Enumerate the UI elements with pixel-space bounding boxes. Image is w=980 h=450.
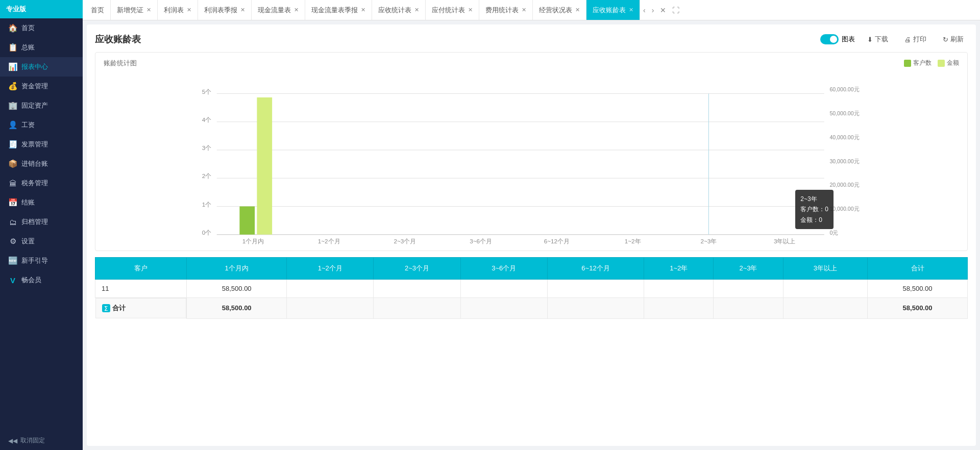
sidebar-item-member[interactable]: V 畅会员 (0, 270, 83, 290)
cell-1-2m-0 (287, 280, 374, 298)
tab-operation[interactable]: 经营状况表 ✕ (533, 0, 586, 20)
tab-next-button[interactable]: › (649, 0, 657, 20)
col-header-2-3m: 2~3个月 (374, 258, 460, 280)
svg-text:0元: 0元 (829, 230, 838, 236)
total-total: 58,500.00 (868, 298, 968, 319)
tab-close-all-button[interactable]: ✕ (657, 0, 669, 20)
sidebar-item-closing[interactable]: 📅 结账 (0, 193, 83, 212)
svg-text:6~12个月: 6~12个月 (544, 238, 570, 244)
tab-aging-close[interactable]: ✕ (629, 7, 633, 13)
tab-expand-button[interactable]: ⛶ (669, 0, 682, 20)
bar-customers-0 (239, 207, 255, 235)
sidebar: 专业版 🏠 首页 📋 总账 📊 报表中心 💰 资金管理 🏢 固定资产 👤 工资 … (0, 0, 83, 450)
legend-amount-label: 金额 (947, 59, 959, 67)
sidebar-item-home[interactable]: 🏠 首页 (0, 18, 83, 38)
col-header-6-12m: 6~12个月 (547, 258, 644, 280)
svg-text:3~6个月: 3~6个月 (470, 238, 492, 244)
toggle-label: 图表 (842, 35, 855, 44)
svg-text:3个: 3个 (202, 144, 212, 151)
sidebar-item-guide[interactable]: 🆕 新手引导 (0, 251, 83, 270)
tab-receivable-stat[interactable]: 应收统计表 ✕ (372, 0, 426, 20)
svg-text:20,000.00元: 20,000.00元 (829, 182, 859, 188)
tab-profit[interactable]: 利润表 ✕ (158, 0, 198, 20)
tab-voucher[interactable]: 新增凭证 ✕ (111, 0, 158, 20)
tab-cashflow[interactable]: 现金流量表 ✕ (252, 0, 305, 20)
download-label: 下载 (875, 35, 888, 44)
svg-text:2~3年: 2~3年 (701, 238, 717, 244)
total-label-cell: ∑ 合计 (95, 298, 187, 318)
funds-icon: 💰 (8, 82, 17, 91)
sidebar-item-reports[interactable]: 📊 报表中心 (0, 57, 83, 77)
svg-text:1~2个月: 1~2个月 (318, 238, 340, 244)
assets-icon: 🏢 (8, 101, 17, 110)
tab-profit-label: 利润表 (164, 6, 184, 15)
download-button[interactable]: ⬇ 下载 (863, 33, 892, 46)
reports-icon: 📊 (8, 62, 17, 71)
archive-icon: 🗂 (8, 218, 17, 227)
sidebar-item-ledger[interactable]: 📋 总账 (0, 38, 83, 57)
tab-aging[interactable]: 应收账龄表 ✕ (586, 0, 640, 20)
sidebar-item-label: 工资 (21, 120, 35, 130)
tab-aging-label: 应收账龄表 (593, 6, 626, 15)
cell-1-2y-0 (644, 280, 714, 298)
tab-home[interactable]: 首页 (85, 0, 111, 20)
col-header-customer: 客户 (95, 258, 187, 280)
sidebar-item-label: 税务管理 (21, 179, 48, 188)
svg-text:5个: 5个 (202, 88, 212, 95)
tab-expense-stat[interactable]: 费用统计表 ✕ (479, 0, 533, 20)
payroll-icon: 👤 (8, 120, 17, 130)
sidebar-item-invoice[interactable]: 🧾 发票管理 (0, 135, 83, 154)
settings-icon: ⚙ (8, 237, 17, 246)
tab-profit-quarter-close[interactable]: ✕ (240, 7, 245, 13)
sidebar-item-assets[interactable]: 🏢 固定资产 (0, 96, 83, 115)
print-button[interactable]: 🖨 打印 (900, 33, 930, 46)
sidebar-item-label: 发票管理 (21, 140, 48, 149)
tab-operation-close[interactable]: ✕ (575, 7, 580, 13)
tab-cashflow-quarter[interactable]: 现金流量表季报 ✕ (305, 0, 372, 20)
member-icon: V (8, 276, 17, 285)
tab-profit-close[interactable]: ✕ (187, 7, 191, 13)
tab-payable-stat-close[interactable]: ✕ (468, 7, 473, 13)
cell-1m-0: 58,500.00 (187, 280, 287, 298)
legend-amount-dot (938, 60, 945, 67)
tab-payable-stat-label: 应付统计表 (432, 6, 465, 15)
sidebar-item-archive[interactable]: 🗂 归档管理 (0, 212, 83, 232)
tab-profit-quarter-label: 利润表季报 (204, 6, 237, 15)
tab-cashflow-quarter-close[interactable]: ✕ (361, 7, 365, 13)
sidebar-item-purchase[interactable]: 📦 进销台账 (0, 154, 83, 173)
refresh-label: 刷新 (950, 35, 964, 44)
chart-toggle[interactable] (820, 34, 839, 44)
sidebar-item-label: 总账 (21, 43, 35, 52)
refresh-button[interactable]: ↻ 刷新 (939, 33, 968, 46)
sidebar-item-tax[interactable]: 🏛 税务管理 (0, 173, 83, 193)
tab-expense-stat-close[interactable]: ✕ (522, 7, 526, 13)
tab-cashflow-close[interactable]: ✕ (294, 7, 299, 13)
sidebar-item-label: 归档管理 (21, 217, 48, 227)
tab-profit-quarter[interactable]: 利润表季报 ✕ (198, 0, 252, 20)
tab-cashflow-quarter-label: 现金流量表季报 (311, 6, 358, 15)
tab-receivable-stat-close[interactable]: ✕ (414, 7, 419, 13)
sidebar-item-funds[interactable]: 💰 资金管理 (0, 77, 83, 96)
sidebar-item-payroll[interactable]: 👤 工资 (0, 115, 83, 135)
total-1-2m (287, 298, 374, 319)
sidebar-item-label: 资金管理 (21, 82, 48, 91)
page-title: 应收账龄表 (95, 33, 141, 45)
data-table: 客户 1个月内 1~2个月 2~3个月 3~6个月 6~12个月 1~2年 2~… (95, 257, 968, 319)
tab-cashflow-label: 现金流量表 (258, 6, 291, 15)
svg-text:2~3个月: 2~3个月 (394, 238, 416, 244)
sidebar-item-settings[interactable]: ⚙ 设置 (0, 232, 83, 251)
sidebar-item-label: 结账 (21, 198, 35, 207)
tab-voucher-close[interactable]: ✕ (146, 7, 151, 13)
chart-svg: 0个 1个 2个 3个 4个 5个 1个月内 (104, 72, 959, 245)
guide-icon: 🆕 (8, 256, 17, 265)
legend-customers: 客户数 (904, 59, 932, 67)
refresh-icon: ↻ (943, 36, 948, 43)
tab-home-label: 首页 (91, 6, 104, 15)
total-1-2y (644, 298, 714, 319)
col-header-3-6m: 3~6个月 (460, 258, 547, 280)
tab-payable-stat[interactable]: 应付统计表 ✕ (426, 0, 479, 20)
tab-prev-button[interactable]: ‹ (640, 0, 649, 20)
collapse-sidebar-button[interactable]: ◀◀ 取消固定 (0, 431, 83, 450)
app-logo: 专业版 (0, 0, 83, 18)
cell-3-6m-0 (460, 280, 547, 298)
